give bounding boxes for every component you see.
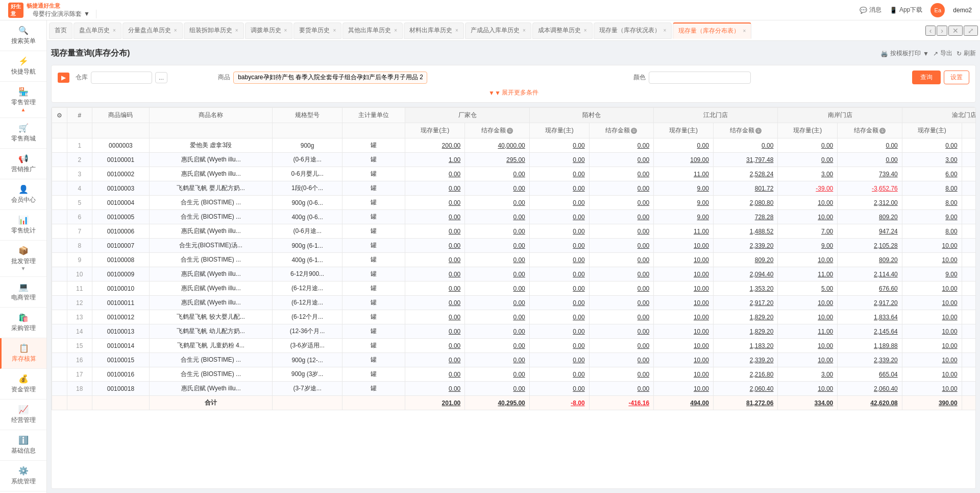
- cell-yb-amt[interactable]: 2,917.20: [962, 296, 976, 310]
- cell-cj-amt[interactable]: 0.00: [465, 196, 529, 210]
- cell-mc-amt[interactable]: 0.00: [589, 253, 653, 267]
- sidebar-item-marketing[interactable]: 📢 营销推广: [0, 149, 46, 179]
- cell-jb-qty[interactable]: 10.00: [654, 367, 714, 382]
- cell-na-amt[interactable]: 2,917.20: [838, 296, 902, 310]
- cell-jb-amt[interactable]: 31,797.48: [713, 153, 777, 167]
- color-input[interactable]: [649, 72, 751, 84]
- sidebar-item-system[interactable]: ⚙️ 系统管理: [0, 461, 46, 491]
- cell-mc-qty[interactable]: 0.00: [529, 267, 589, 281]
- cell-jb-qty[interactable]: 10.00: [654, 253, 714, 267]
- tab-3-close[interactable]: ×: [235, 28, 238, 33]
- jb-amt-info-icon[interactable]: ①: [755, 128, 762, 134]
- cell-na-amt[interactable]: 665.04: [838, 367, 902, 382]
- sidebar-item-member[interactable]: 👤 会员中心: [0, 179, 46, 210]
- cell-jb-qty[interactable]: 10.00: [654, 310, 714, 324]
- cell-jb-amt[interactable]: 1,829.20: [713, 310, 777, 324]
- cell-mc-amt[interactable]: 0.00: [589, 367, 653, 382]
- cell-yb-qty[interactable]: 9.00: [902, 267, 962, 281]
- cell-yb-qty[interactable]: 8.00: [902, 181, 962, 196]
- cell-jb-qty[interactable]: 10.00: [654, 353, 714, 367]
- cell-cj-amt[interactable]: 0.00: [465, 353, 529, 367]
- export-btn[interactable]: ↗ 导出: [933, 49, 952, 58]
- cell-cj-amt[interactable]: 0.00: [465, 267, 529, 281]
- cell-jb-amt[interactable]: 2,339.20: [713, 239, 777, 253]
- cell-yb-amt[interactable]: 0.00: [962, 138, 976, 153]
- cell-yb-qty[interactable]: 8.00: [902, 196, 962, 210]
- cell-mc-qty[interactable]: 0.00: [529, 339, 589, 353]
- cell-na-qty[interactable]: 9.00: [778, 239, 838, 253]
- na-amt-info-icon[interactable]: ①: [879, 128, 886, 134]
- setting-btn[interactable]: 设置: [944, 71, 969, 84]
- cell-na-qty[interactable]: 0.00: [778, 138, 838, 153]
- th-settings[interactable]: ⚙: [52, 108, 67, 123]
- cell-mc-amt[interactable]: 0.00: [589, 382, 653, 396]
- cell-yb-qty[interactable]: 9.00: [902, 210, 962, 224]
- cell-yb-qty[interactable]: 10.00: [902, 281, 962, 296]
- cell-cj-amt[interactable]: 0.00: [465, 339, 529, 353]
- cell-yb-amt[interactable]: 809.20: [962, 253, 976, 267]
- tab-11[interactable]: 现存量（库存分布表） ×: [673, 22, 751, 39]
- footer-cj-qty[interactable]: 201.00: [405, 396, 465, 410]
- tab-5[interactable]: 要货单历史 ×: [293, 22, 341, 39]
- cell-mc-amt[interactable]: 0.00: [589, 310, 653, 324]
- cell-na-amt[interactable]: 0.00: [838, 138, 902, 153]
- cell-na-amt[interactable]: 809.20: [838, 253, 902, 267]
- warehouse-ellipsis-btn[interactable]: ...: [155, 72, 167, 83]
- cell-yb-qty[interactable]: 10.00: [902, 367, 962, 382]
- cell-jb-qty[interactable]: 10.00: [654, 281, 714, 296]
- cell-mc-qty[interactable]: 0.00: [529, 353, 589, 367]
- tab-close-all-btn[interactable]: ✕: [948, 26, 963, 36]
- cell-jb-amt[interactable]: 2,094.40: [713, 267, 777, 281]
- cell-na-qty[interactable]: 10.00: [778, 310, 838, 324]
- footer-mc-amt[interactable]: -416.16: [589, 396, 653, 410]
- cell-na-amt[interactable]: 1,833.64: [838, 310, 902, 324]
- cell-mc-qty[interactable]: 0.00: [529, 181, 589, 196]
- footer-yb-amt[interactable]: 49,798.29: [962, 396, 976, 410]
- cell-mc-amt[interactable]: 0.00: [589, 339, 653, 353]
- cell-jb-amt[interactable]: 2,528.24: [713, 167, 777, 181]
- sidebar-item-ecom[interactable]: 💻 电商管理: [0, 277, 46, 308]
- cell-na-amt[interactable]: 739.40: [838, 167, 902, 181]
- cell-yb-amt[interactable]: 728.28: [962, 210, 976, 224]
- cell-jb-amt[interactable]: 0.00: [713, 138, 777, 153]
- cell-na-amt[interactable]: 2,114.40: [838, 267, 902, 281]
- cell-mc-amt[interactable]: 0.00: [589, 296, 653, 310]
- tab-7-close[interactable]: ×: [455, 28, 458, 33]
- sidebar-item-search[interactable]: 🔍 搜索英单: [0, 20, 46, 51]
- tab-9-close[interactable]: ×: [584, 28, 587, 33]
- cell-mc-qty[interactable]: 0.00: [529, 310, 589, 324]
- cell-yb-amt[interactable]: 1,353.20: [962, 281, 976, 296]
- cell-cj-qty[interactable]: 0.00: [405, 324, 465, 339]
- tab-6-close[interactable]: ×: [394, 28, 397, 33]
- cell-na-qty[interactable]: 10.00: [778, 296, 838, 310]
- cell-jb-qty[interactable]: 11.00: [654, 167, 714, 181]
- cell-yb-amt[interactable]: 1,379.04: [962, 167, 976, 181]
- cell-jb-amt[interactable]: 2,216.80: [713, 367, 777, 382]
- cell-yb-amt[interactable]: 875.16: [962, 153, 976, 167]
- cj-amt-info-icon[interactable]: ①: [507, 128, 513, 134]
- cell-yb-amt[interactable]: 2,339.20: [962, 239, 976, 253]
- cell-cj-qty[interactable]: 0.00: [405, 239, 465, 253]
- cell-cj-qty[interactable]: 0.00: [405, 167, 465, 181]
- cell-mc-qty[interactable]: 0.00: [529, 296, 589, 310]
- sidebar-item-retail-stats[interactable]: 📊 零售统计: [0, 210, 46, 241]
- cell-yb-qty[interactable]: 10.00: [902, 339, 962, 353]
- cell-mc-amt[interactable]: 0.00: [589, 210, 653, 224]
- user-avatar[interactable]: Ea: [930, 3, 945, 17]
- tab-maximize-btn[interactable]: ⤢: [964, 26, 978, 36]
- cell-jb-amt[interactable]: 809.20: [713, 253, 777, 267]
- cell-cj-amt[interactable]: 0.00: [465, 382, 529, 396]
- cell-jb-qty[interactable]: 109.00: [654, 153, 714, 167]
- sidebar-item-retail[interactable]: 🏪 零售管理 ▲: [0, 82, 46, 118]
- cell-na-amt[interactable]: 2,060.40: [838, 382, 902, 396]
- cell-cj-qty[interactable]: 0.00: [405, 253, 465, 267]
- cell-mc-qty[interactable]: 0.00: [529, 239, 589, 253]
- collapse-btn[interactable]: ▶: [58, 73, 69, 83]
- tab-11-close[interactable]: ×: [743, 28, 746, 34]
- tab-5-close[interactable]: ×: [333, 28, 336, 33]
- cell-cj-amt[interactable]: 0.00: [465, 296, 529, 310]
- org-dropdown[interactable]: 母婴行业演示陈套 ▼: [27, 10, 96, 18]
- cell-jb-qty[interactable]: 9.00: [654, 196, 714, 210]
- cell-na-qty[interactable]: 10.00: [778, 253, 838, 267]
- footer-na-amt[interactable]: 42,620.08: [838, 396, 902, 410]
